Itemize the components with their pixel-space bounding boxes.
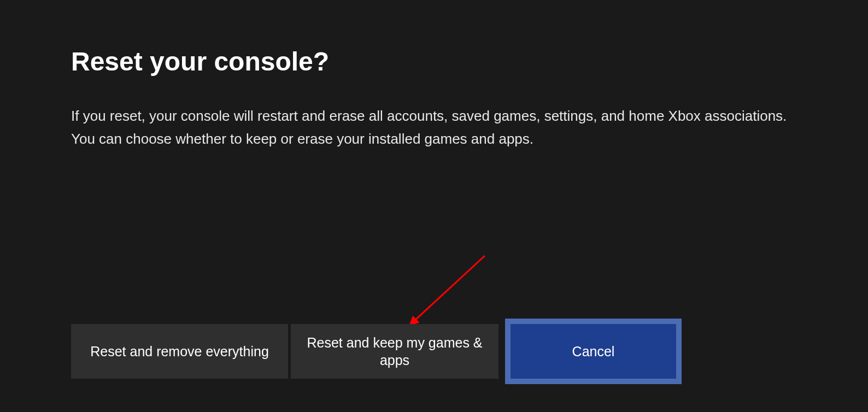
dialog-content: Reset your console? If you reset, your c… [0,0,868,150]
cancel-button-focus-ring: Cancel [505,319,682,384]
reset-keep-button[interactable]: Reset and keep my games & apps [291,324,498,379]
svg-line-1 [414,256,485,321]
button-row: Reset and remove everything Reset and ke… [71,324,682,384]
cancel-button[interactable]: Cancel [511,324,676,379]
arrow-annotation-icon [406,251,493,331]
reset-remove-button[interactable]: Reset and remove everything [71,324,288,379]
dialog-title: Reset your console? [71,46,797,76]
dialog-description: If you reset, your console will restart … [71,105,787,150]
